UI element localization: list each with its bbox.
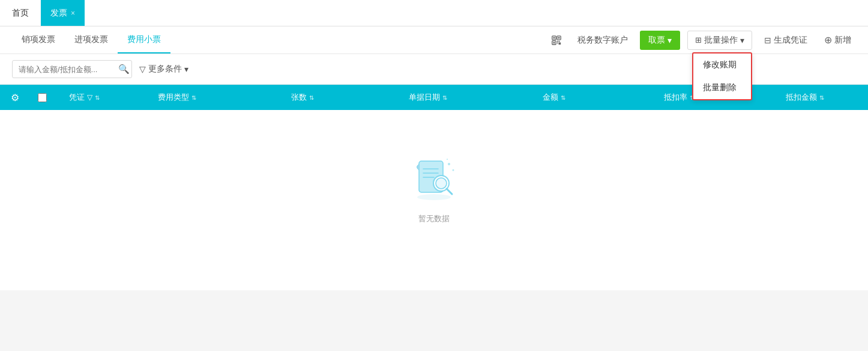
th-voucher-label: 凭证	[69, 92, 85, 103]
th-count[interactable]: 张数 ⇅	[240, 85, 365, 110]
add-icon: ⊕	[824, 34, 832, 46]
tax-account-label: 税务数字账户	[577, 35, 628, 46]
th-date-sort-icon: ⇅	[442, 94, 447, 101]
th-voucher[interactable]: 凭证 ▽ ⇅	[54, 85, 114, 110]
th-expense-type[interactable]: 费用类型 ⇅	[114, 85, 240, 110]
svg-rect-3	[558, 37, 560, 38]
batch-op-dropdown: 修改账期 批量删除	[692, 52, 752, 100]
th-settings[interactable]: ⚙	[0, 85, 30, 110]
th-expense-type-sort-icon: ⇅	[191, 94, 196, 101]
batch-op-arrow-icon: ▾	[740, 35, 744, 45]
generate-voucher-button[interactable]: ⊟ 生成凭证	[759, 31, 812, 49]
svg-point-21	[447, 159, 448, 160]
tab-purchase-invoice[interactable]: 进项发票	[65, 26, 118, 53]
more-filter-button[interactable]: ▽ 更多条件 ▾	[139, 64, 188, 75]
svg-point-19	[448, 163, 450, 165]
svg-line-18	[447, 189, 452, 194]
get-invoice-arrow-icon: ▾	[668, 35, 672, 45]
search-icon[interactable]: 🔍	[118, 64, 130, 75]
th-expense-type-label: 费用类型	[158, 92, 189, 103]
batch-icon: ⊞	[695, 35, 702, 44]
svg-point-10	[417, 194, 451, 200]
th-checkbox[interactable]	[30, 85, 54, 110]
more-filter-label: 更多条件	[148, 64, 182, 75]
batch-op-button[interactable]: ⊞ 批量操作 ▾	[687, 31, 752, 50]
th-amount[interactable]: 金额 ⇅	[491, 85, 616, 110]
table-body: 暂无数据	[0, 110, 868, 290]
svg-rect-6	[557, 40, 558, 41]
settings-icon: ⚙	[11, 92, 19, 103]
invoice-tab-close[interactable]: ×	[71, 9, 75, 17]
empty-text: 暂无数据	[418, 213, 450, 224]
th-count-label: 张数	[291, 92, 307, 103]
th-date[interactable]: 单据日期 ⇅	[366, 85, 491, 110]
th-date-label: 单据日期	[409, 92, 440, 103]
top-nav: 首页 发票 ×	[0, 0, 868, 26]
get-invoice-button[interactable]: 取票 ▾	[640, 31, 680, 50]
batch-op-container: ⊞ 批量操作 ▾ 修改账期 批量删除	[687, 31, 752, 50]
dropdown-item-modify-period[interactable]: 修改账期	[693, 53, 751, 76]
add-button[interactable]: ⊕ 新增	[819, 31, 856, 49]
more-filter-arrow-icon: ▾	[184, 64, 188, 74]
th-deduct-rate-label: 抵扣率	[664, 92, 687, 103]
search-input[interactable]	[19, 65, 115, 74]
qr-button[interactable]	[547, 31, 565, 49]
svg-rect-1	[553, 37, 555, 38]
svg-rect-8	[557, 42, 558, 43]
empty-illustration	[404, 146, 464, 206]
dropdown-item-batch-delete[interactable]: 批量删除	[693, 76, 751, 99]
th-voucher-sort-icon: ⇅	[95, 94, 100, 101]
home-tab[interactable]: 首页	[0, 0, 41, 26]
tab-sales-invoice[interactable]: 销项发票	[12, 26, 65, 53]
svg-rect-7	[559, 40, 560, 41]
svg-point-20	[453, 169, 454, 171]
th-amount-sort-icon: ⇅	[561, 94, 565, 101]
filter-icon: ▽	[139, 64, 146, 74]
tab-expense-receipt[interactable]: 费用小票	[118, 26, 170, 53]
svg-rect-9	[559, 42, 561, 44]
th-deduct-amount-sort-icon: ⇅	[819, 94, 824, 101]
sub-nav: 销项发票 进项发票 费用小票 税务数字账户 取票	[0, 26, 868, 54]
qr-icon	[551, 35, 562, 46]
sub-nav-left: 销项发票 进项发票 费用小票	[12, 26, 170, 53]
search-wrap: 🔍	[12, 60, 132, 78]
svg-rect-5	[553, 41, 555, 43]
th-deduct-amount[interactable]: 抵扣金额 ⇅	[743, 85, 868, 110]
tax-account-button[interactable]: 税务数字账户	[573, 31, 633, 49]
th-voucher-filter-icon: ▽	[87, 93, 92, 102]
get-invoice-label: 取票	[648, 35, 665, 46]
th-amount-label: 金额	[543, 92, 558, 103]
select-all-checkbox[interactable]	[38, 93, 47, 102]
th-count-sort-icon: ⇅	[309, 94, 314, 101]
generate-voucher-label: 生成凭证	[774, 35, 807, 46]
svg-point-17	[436, 178, 447, 189]
add-label: 新增	[834, 35, 851, 46]
empty-state: 暂无数据	[0, 110, 868, 260]
batch-op-label: 批量操作	[704, 35, 738, 46]
th-deduct-amount-label: 抵扣金额	[786, 92, 817, 103]
invoice-tab[interactable]: 发票 ×	[41, 0, 85, 26]
sub-nav-right: 税务数字账户 取票 ▾ ⊞ 批量操作 ▾ 修改账期 批量删除 ⊟ 生成凭证	[547, 31, 856, 50]
generate-voucher-icon: ⊟	[764, 35, 771, 45]
invoice-tab-label: 发票	[50, 8, 67, 19]
